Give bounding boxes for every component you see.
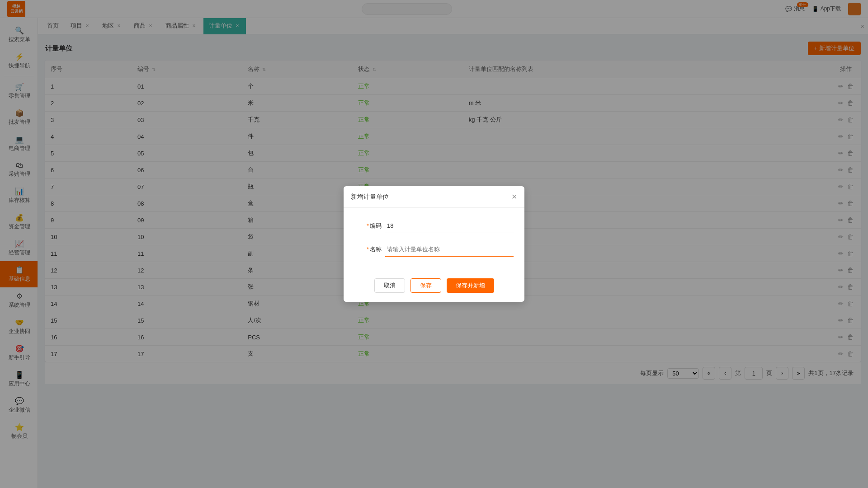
required-star-name: * — [367, 246, 369, 253]
save-and-new-button[interactable]: 保存并新增 — [447, 278, 494, 293]
name-input[interactable] — [385, 242, 514, 257]
modal-overlay[interactable]: 新增计量单位 ✕ *编码 *名称 取消 保存 保存并新增 — [0, 0, 868, 488]
modal-body: *编码 *名称 — [344, 208, 524, 273]
modal-close-button[interactable]: ✕ — [511, 192, 517, 201]
form-row-code: *编码 — [354, 219, 514, 233]
modal-footer: 取消 保存 保存并新增 — [344, 273, 524, 302]
form-row-name: *名称 — [354, 242, 514, 257]
modal-header: 新增计量单位 ✕ — [344, 186, 524, 208]
modal-title: 新增计量单位 — [351, 193, 389, 201]
code-input[interactable] — [385, 219, 514, 233]
required-star-code: * — [367, 222, 369, 229]
code-label: *编码 — [354, 222, 382, 230]
save-button[interactable]: 保存 — [410, 278, 441, 293]
add-unit-modal: 新增计量单位 ✕ *编码 *名称 取消 保存 保存并新增 — [344, 186, 524, 302]
cancel-button[interactable]: 取消 — [374, 278, 405, 293]
name-label: *名称 — [354, 245, 382, 253]
